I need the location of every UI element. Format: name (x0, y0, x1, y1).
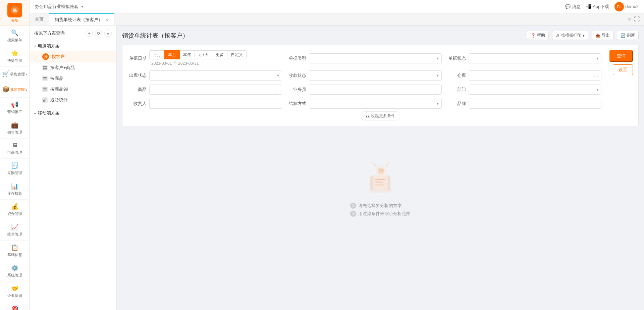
filter-brand-item: 品牌 … (447, 99, 601, 109)
collapse-button[interactable]: ▴▴ 收起更多条件 (361, 111, 400, 120)
help-button[interactable]: ❓ 帮助 (527, 31, 549, 40)
warehouse-dots[interactable]: … (594, 73, 598, 78)
messages-button[interactable]: 💬 消息 (565, 4, 581, 10)
svg-rect-7 (43, 78, 47, 79)
scheme-group-pc-header[interactable]: ▾ 电脑端方案 (30, 41, 116, 51)
collapse-panel-button[interactable]: « (104, 30, 112, 37)
brand-select[interactable]: … (469, 99, 601, 109)
scheme-item-by-goods[interactable]: 按商品 (30, 73, 116, 84)
sidebar-item-sales-label: 销售管理 (7, 130, 22, 135)
payment-status-select[interactable]: ▾ (309, 70, 442, 81)
sidebar-item-newbie[interactable]: 🎯 新手引导 (0, 302, 29, 310)
sidebar-item-operations[interactable]: 📈 经营管理 (0, 220, 29, 241)
messages-label: 消息 (572, 4, 581, 10)
help-icon: ❓ (531, 33, 536, 38)
settlement-select[interactable]: ▾ (309, 99, 442, 109)
app-download-button[interactable]: 📲 App下载 (586, 4, 609, 10)
header-dropdown-icon[interactable]: ▾ (81, 4, 83, 9)
sidebar-item-enterprise-label: 企业协同 (7, 293, 22, 298)
add-icon: + (88, 31, 91, 36)
department-select[interactable]: ▾ (469, 85, 601, 95)
sidebar-item-basics[interactable]: 📋 基础信息 (0, 241, 29, 261)
scheme-item-return-stat[interactable]: 退货统计 (30, 95, 116, 105)
export-icon: 📤 (595, 33, 600, 38)
sidebar-item-retail[interactable]: 🛒 零售管理 ▾ (0, 67, 29, 82)
settings-button[interactable]: 设置 (613, 64, 633, 75)
date-this-month-button[interactable]: 本月 (164, 50, 180, 59)
tab-sales-stat[interactable]: 销货单统计表（按客户） × (49, 13, 114, 25)
sidebar-item-inventory[interactable]: 📊 库存核算 (0, 179, 29, 200)
date-custom-button[interactable]: 自定义 (227, 50, 247, 59)
sidebar-item-enterprise[interactable]: 🤝 企业协同 (0, 281, 29, 302)
tip-text-2: 用过滤条件来缩小分析范围 (358, 211, 411, 217)
receiver-dots[interactable]: … (274, 101, 279, 106)
sidebar-item-marketing[interactable]: 📢 营销推广 (0, 98, 29, 118)
export-button[interactable]: 📤 导出 (592, 31, 613, 40)
user-profile[interactable]: Ea demo2 (614, 2, 639, 11)
date-filter-buttons: 上月 本月 本年 近7天 更多 自定义 (149, 50, 282, 59)
sidebar-item-finance[interactable]: 💰 资金管理 (0, 200, 29, 220)
scheme-item-by-customer-goods[interactable]: 按客户+商品 (30, 62, 116, 73)
out-status-select[interactable]: ▾ (149, 70, 282, 81)
add-scheme-button[interactable]: + (86, 30, 93, 37)
scheme-chart-icon (42, 97, 48, 103)
sidebar-item-ecommerce[interactable]: 🖥 电商管理 (0, 139, 29, 159)
sidebar-item-purchase-label: 采购管理 (7, 170, 22, 175)
download-icon: 📲 (586, 4, 591, 9)
sidebar-item-purchase[interactable]: 🧾 采购管理 (0, 159, 29, 179)
department-arrow-icon: ▾ (596, 87, 598, 92)
scheme-group-mobile-label: 移动端方案 (38, 110, 60, 116)
doc-type-select[interactable]: ▾ (309, 53, 442, 63)
brand-dots[interactable]: … (594, 101, 598, 106)
svg-text:畅: 畅 (13, 8, 17, 13)
scheme-grid-icon (42, 65, 48, 70)
salesperson-dots[interactable]: … (434, 87, 439, 92)
content-area: 按以下方案查询 + ⟳ « ▾ 电脑端方案 (30, 25, 644, 310)
sidebar-item-search[interactable]: 🔍 搜索菜单 (0, 26, 29, 46)
refresh-button[interactable]: 🔄 刷新 (617, 31, 639, 40)
filter-department-item: 部门 ▾ (447, 85, 601, 95)
date-more-button[interactable]: 更多 (212, 50, 227, 59)
avatar-initials: Ea (617, 5, 622, 9)
tab-close-all-icon[interactable]: × (628, 16, 631, 23)
scheme-group-mobile-header[interactable]: ▸ 移动端方案 (30, 108, 116, 118)
goods-select[interactable]: … (149, 85, 282, 95)
purchase-icon: 🧾 (11, 162, 18, 169)
filter-panel: 单据日期 上月 本月 本年 近7天 更多 自定义 (122, 45, 639, 126)
scheme-item-by-goods-99[interactable]: 按商品99 (30, 84, 116, 95)
filter-row-1: 单据日期 上月 本月 本年 近7天 更多 自定义 (128, 50, 601, 66)
scheme-item-by-customer[interactable]: 按 按客户 (30, 51, 116, 62)
doc-type-label: 单据类型 (287, 55, 306, 61)
doc-status-label: 单据状态 (447, 55, 466, 61)
doc-status-select[interactable]: ▾ (469, 53, 601, 63)
sidebar-item-sales[interactable]: 💼 销售管理 (0, 118, 29, 139)
svg-point-23 (379, 169, 380, 171)
date-7days-button[interactable]: 近7天 (195, 50, 212, 59)
header-left: 办公用品行业模拟账套 ▾ (35, 4, 83, 10)
tab-close-icon[interactable]: × (105, 17, 109, 22)
empty-icon (360, 157, 400, 197)
date-this-year-button[interactable]: 本年 (179, 50, 195, 59)
sidebar-item-quick-nav[interactable]: ⭐ 快捷导航 (0, 46, 29, 67)
warehouse-select[interactable]: … (469, 70, 601, 81)
scheme-active-icon: 按 (42, 53, 49, 60)
sidebar-item-inventory-label: 库存核算 (7, 191, 22, 196)
scheme-group-pc: ▾ 电脑端方案 按 按客户 按客户+商品 (30, 40, 116, 107)
date-last-month-button[interactable]: 上月 (149, 50, 165, 59)
right-panel: 销货单统计表（按客户） ❓ 帮助 🖨 按模板打印 ▾ 📤 导出 (117, 25, 644, 310)
svg-rect-12 (43, 100, 44, 102)
goods-dots[interactable]: … (274, 87, 279, 92)
scheme-item-by-customer-label: 按客户 (52, 54, 65, 60)
print-button[interactable]: 🖨 按模板打印 ▾ (552, 31, 588, 40)
tab-home[interactable]: 首页 (30, 13, 49, 25)
query-button[interactable]: 查询 (609, 50, 633, 62)
receiver-select[interactable]: … (149, 99, 282, 109)
operations-icon: 📈 (11, 223, 18, 231)
refresh-scheme-button[interactable]: ⟳ (95, 30, 102, 37)
tab-fullscreen-icon[interactable]: ⛶ (634, 16, 640, 23)
salesperson-select[interactable]: … (309, 85, 442, 95)
svg-rect-20 (375, 184, 384, 186)
sidebar-item-system[interactable]: ⚙️ 系统管理 (0, 261, 29, 281)
sidebar-item-wholesale[interactable]: 📦 批发管理 ▴ (0, 82, 29, 98)
scheme-group-pc-label: 电脑端方案 (38, 43, 60, 49)
